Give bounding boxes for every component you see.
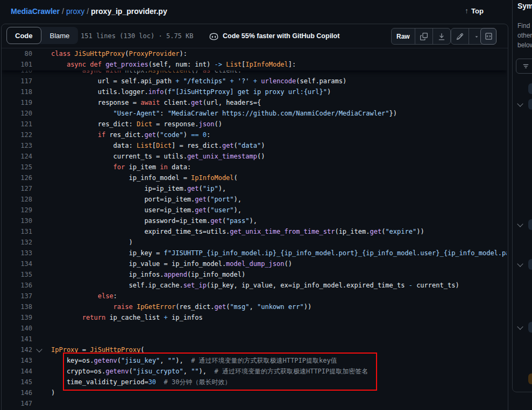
fold-chevron-icon[interactable] bbox=[36, 346, 42, 352]
code-text: self.ip_cache.set_ip(ip_key, ip_value, e… bbox=[51, 280, 459, 291]
line-number[interactable]: 126 bbox=[2, 172, 32, 183]
line-number[interactable]: 147 bbox=[2, 398, 32, 409]
code-line: 134 ip_value = ip_info_model.model_dump_… bbox=[2, 258, 507, 269]
code-line: 127 ip=ip_item.get("ip"), bbox=[2, 183, 507, 194]
chevron-down-icon[interactable] bbox=[517, 261, 523, 267]
copilot-icon bbox=[209, 32, 218, 41]
chevron-down-icon[interactable] bbox=[517, 100, 523, 106]
line-number[interactable]: 145 bbox=[2, 377, 32, 387]
line-number[interactable]: 141 bbox=[2, 334, 32, 344]
code-line: 142IpProxy = JiSuHttpProxy( bbox=[2, 344, 507, 355]
symbols-toggle-button[interactable] bbox=[480, 28, 496, 45]
code-text: IpProxy = JiSuHttpProxy( bbox=[51, 344, 144, 355]
chevron-down-icon bbox=[474, 34, 479, 39]
download-icon bbox=[438, 33, 445, 40]
code-panel: Code Blame 151 lines (130 loc) · 5.75 KB… bbox=[1, 24, 508, 410]
symbol-item[interactable] bbox=[513, 83, 532, 94]
line-number[interactable]: 119 bbox=[2, 97, 32, 108]
line-number[interactable]: 133 bbox=[2, 248, 32, 258]
line-number[interactable]: 137 bbox=[2, 291, 32, 301]
line-number[interactable]: 125 bbox=[2, 162, 32, 172]
line-number[interactable]: 122 bbox=[2, 130, 32, 140]
raw-button[interactable]: Raw bbox=[392, 28, 415, 44]
code-text: response = await client.get(url, headers… bbox=[51, 97, 261, 108]
line-number[interactable]: 121 bbox=[2, 119, 32, 130]
symbol-item[interactable] bbox=[513, 373, 532, 384]
line-number[interactable]: 140 bbox=[2, 323, 32, 334]
page-header: MediaCrawler/proxy/proxy_ip_provider.py … bbox=[0, 0, 509, 24]
code-text: ip=ip_item.get("ip"), bbox=[51, 183, 226, 194]
code-line: 146) bbox=[2, 387, 507, 398]
code-text: ip_infos.append(ip_info_model) bbox=[51, 269, 245, 280]
code-line: 126 ip_info_model = IpInfoModel( bbox=[2, 172, 507, 183]
code-line: 137 else: bbox=[2, 291, 507, 301]
line-number[interactable]: 144 bbox=[2, 366, 32, 377]
code-text: else: bbox=[51, 291, 117, 301]
line-number[interactable]: 146 bbox=[2, 387, 32, 398]
line-number[interactable]: 120 bbox=[2, 108, 32, 119]
line-number[interactable]: 128 bbox=[2, 194, 32, 205]
line-number[interactable]: 127 bbox=[2, 183, 32, 194]
code-line: 80class JiSuHttpProxy(ProxyProvider): bbox=[2, 48, 507, 59]
code-text: raise IpGetError(res_dict.get("msg", "un… bbox=[51, 301, 311, 312]
code-line: 129 user=ip_item.get("user"), bbox=[2, 205, 507, 215]
line-number[interactable]: 135 bbox=[2, 269, 32, 280]
code-text: user=ip_item.get("user"), bbox=[51, 205, 242, 215]
copy-icon bbox=[420, 33, 428, 40]
code-line: 138 raise IpGetError(res_dict.get("msg",… bbox=[2, 301, 507, 312]
tab-blame[interactable]: Blame bbox=[41, 27, 79, 44]
line-number[interactable]: 118 bbox=[2, 87, 32, 97]
breadcrumb-dir-link[interactable]: proxy bbox=[66, 7, 84, 16]
line-number[interactable]: 101 bbox=[2, 59, 32, 70]
line-number[interactable]: 139 bbox=[2, 312, 32, 323]
top-link-label: Top bbox=[471, 7, 484, 15]
symbol-badge bbox=[528, 322, 532, 333]
line-number[interactable]: 134 bbox=[2, 258, 32, 269]
chevron-down-icon[interactable] bbox=[517, 323, 523, 329]
symbols-panel: Symbols Find definitions and references … bbox=[512, 0, 532, 392]
symbol-item[interactable] bbox=[513, 99, 532, 110]
raw-button-label: Raw bbox=[396, 33, 410, 40]
line-number[interactable]: 142 bbox=[2, 344, 32, 355]
github-file-view: MediaCrawler/proxy/proxy_ip_provider.py … bbox=[0, 0, 532, 410]
line-number[interactable]: 138 bbox=[2, 301, 32, 312]
tab-code[interactable]: Code bbox=[6, 27, 41, 44]
code-text: ip_value = ip_info_model.model_dump_json… bbox=[51, 258, 292, 269]
line-number[interactable]: 80 bbox=[2, 48, 32, 59]
code-line: 120 "User-Agent": "MediaCrawler https://… bbox=[2, 108, 507, 119]
back-to-top-link[interactable]: ↑ Top bbox=[465, 6, 484, 15]
breadcrumb-repo-link[interactable]: MediaCrawler bbox=[11, 7, 60, 16]
edit-button[interactable] bbox=[451, 28, 469, 44]
code-line: 139 return ip_cache_list + ip_infos bbox=[2, 312, 507, 323]
symbol-item[interactable] bbox=[513, 259, 532, 270]
line-number[interactable]: 143 bbox=[2, 355, 32, 366]
chevron-down-icon[interactable] bbox=[517, 221, 523, 227]
line-number[interactable]: 130 bbox=[2, 215, 32, 226]
copy-button[interactable] bbox=[415, 28, 432, 44]
download-button[interactable] bbox=[432, 28, 450, 44]
line-number[interactable]: 129 bbox=[2, 205, 32, 215]
code-text: async def get_proxies(self, num: int) ->… bbox=[51, 59, 296, 70]
symbol-filter-input[interactable] bbox=[516, 59, 532, 74]
line-number[interactable]: 132 bbox=[2, 237, 32, 248]
code-text: ip_info_model = IpInfoModel( bbox=[51, 172, 238, 183]
code-square-icon bbox=[485, 32, 493, 40]
symbol-badge bbox=[528, 259, 532, 270]
code-text: return ip_cache_list + ip_infos bbox=[51, 312, 203, 323]
symbol-item[interactable] bbox=[513, 219, 532, 230]
symbol-item[interactable] bbox=[513, 322, 532, 333]
filter-icon bbox=[522, 63, 529, 70]
code-line: 117 url = self.api_path + "/fetchips" + … bbox=[2, 76, 507, 87]
line-number[interactable]: 131 bbox=[2, 226, 32, 237]
line-number[interactable]: 136 bbox=[2, 280, 32, 291]
code-line: 136 self.ip_cache.set_ip(ip_key, ip_valu… bbox=[2, 280, 507, 291]
line-number[interactable]: 123 bbox=[2, 140, 32, 151]
symbol-badge bbox=[528, 83, 532, 94]
code-text: class JiSuHttpProxy(ProxyProvider): bbox=[51, 48, 187, 59]
symbol-badge bbox=[528, 219, 532, 230]
code-text: password=ip_item.get("pass"), bbox=[51, 215, 257, 226]
line-number[interactable]: 124 bbox=[2, 151, 32, 162]
copilot-banner[interactable]: Code 55% faster with GitHub Copilot bbox=[209, 24, 339, 48]
copilot-banner-label: Code 55% faster with GitHub Copilot bbox=[223, 32, 339, 40]
line-number[interactable]: 117 bbox=[2, 76, 32, 87]
